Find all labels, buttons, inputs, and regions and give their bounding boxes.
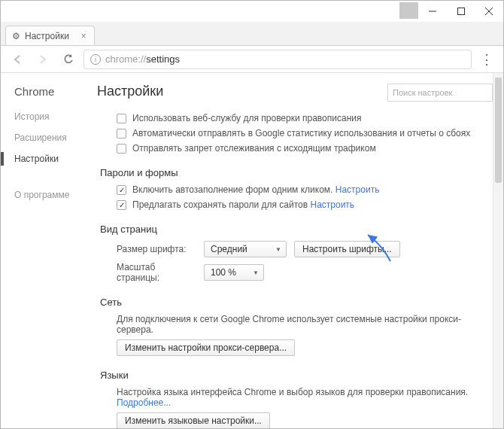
content-area: Chrome История Расширения Настройки О пр…	[1, 73, 503, 428]
address-bar[interactable]: i chrome://settings	[83, 50, 472, 69]
do-not-track-checkbox[interactable]	[117, 144, 126, 154]
languages-more-link[interactable]: Подробнее...	[117, 397, 171, 408]
url-text: chrome://settings	[105, 53, 180, 65]
autofill-configure-link[interactable]: Настроить	[335, 184, 380, 195]
back-button[interactable]	[7, 49, 28, 70]
autofill-checkbox[interactable]	[117, 185, 126, 195]
appearance-header: Вид страниц	[100, 224, 493, 235]
passwords-header: Пароли и формы	[100, 167, 493, 178]
sidebar-item-extensions[interactable]: Расширения	[14, 132, 83, 143]
tab-title: Настройки	[25, 31, 69, 41]
do-not-track-label: Отправлять запрет отслеживания с исходящ…	[132, 143, 376, 154]
chevron-down-icon: ▼	[275, 246, 281, 253]
reload-button[interactable]	[58, 49, 79, 70]
settings-search-input[interactable]: Поиск настроек	[387, 84, 493, 102]
chrome-menu-button[interactable]: ⋮	[476, 49, 497, 70]
svg-rect-1	[457, 8, 464, 15]
browser-window: ⚙ Настройки × i chrome://settings ⋮ Chro…	[0, 0, 504, 429]
forward-button[interactable]	[32, 49, 53, 70]
page-zoom-select[interactable]: 100 % ▼	[204, 264, 264, 281]
chevron-down-icon: ▼	[253, 269, 259, 276]
arrow-left-icon	[12, 54, 23, 65]
arrow-right-icon	[38, 54, 48, 65]
network-header: Сеть	[100, 297, 493, 308]
page-title: Настройки	[97, 84, 163, 99]
user-profile-icon[interactable]	[399, 2, 418, 19]
proxy-settings-button[interactable]: Изменить настройки прокси-сервера...	[117, 339, 295, 356]
main-scrollbar[interactable]	[493, 73, 503, 428]
spellcheck-checkbox[interactable]	[117, 114, 126, 123]
do-not-track-row: Отправлять запрет отслеживания с исходящ…	[117, 143, 493, 154]
page-zoom-row: Масштаб страницы: 100 % ▼	[117, 262, 493, 283]
settings-sidebar: Chrome История Расширения Настройки О пр…	[1, 73, 90, 428]
tab-close-button[interactable]: ×	[81, 31, 87, 41]
close-icon	[485, 8, 493, 15]
site-info-icon[interactable]: i	[90, 54, 101, 65]
settings-main: Настройки Поиск настроек Использовать ве…	[90, 73, 503, 428]
sidebar-item-about[interactable]: О программе	[14, 190, 83, 200]
sidebar-item-history[interactable]: История	[14, 111, 83, 122]
autofill-row: Включить автозаполнение форм одним клико…	[117, 184, 493, 195]
font-size-select[interactable]: Средний ▼	[204, 241, 287, 257]
minimize-button[interactable]	[418, 1, 447, 22]
kebab-icon: ⋮	[480, 51, 493, 68]
window-titlebar	[1, 1, 503, 22]
languages-desc: Настройка языка интерфейса Chrome и выбо…	[117, 387, 493, 408]
languages-header: Языки	[100, 370, 493, 381]
scrollbar-thumb[interactable]	[495, 78, 502, 183]
tab-strip: ⚙ Настройки ×	[1, 22, 503, 46]
network-desc: Для подключения к сети Google Chrome исп…	[117, 314, 493, 335]
save-passwords-configure-link[interactable]: Настроить	[310, 199, 354, 210]
reload-icon	[63, 54, 74, 65]
usage-stats-row: Автоматически отправлять в Google статис…	[117, 128, 493, 138]
tab-settings[interactable]: ⚙ Настройки ×	[5, 26, 95, 45]
maximize-icon	[457, 8, 465, 15]
font-size-row: Размер шрифта: Средний ▼ Настроить шрифт…	[117, 241, 493, 257]
spellcheck-row: Использовать веб-службу для проверки пра…	[117, 113, 493, 123]
chrome-brand: Chrome	[14, 85, 83, 98]
save-passwords-label: Предлагать сохранять пароли для сайтов	[132, 199, 308, 210]
save-passwords-row: Предлагать сохранять пароли для сайтов Н…	[117, 199, 493, 210]
gear-icon: ⚙	[12, 31, 20, 41]
language-settings-button[interactable]: Изменить языковые настройки...	[117, 412, 270, 428]
usage-stats-checkbox[interactable]	[117, 129, 126, 138]
save-passwords-checkbox[interactable]	[117, 200, 126, 210]
customize-fonts-button[interactable]: Настроить шрифты...	[294, 241, 400, 257]
font-size-label: Размер шрифта:	[117, 244, 196, 254]
close-window-button[interactable]	[475, 1, 503, 22]
usage-stats-label: Автоматически отправлять в Google статис…	[132, 128, 470, 138]
spellcheck-label: Использовать веб-службу для проверки пра…	[132, 113, 361, 123]
autofill-label: Включить автозаполнение форм одним клико…	[132, 184, 332, 195]
page-zoom-label: Масштаб страницы:	[117, 262, 196, 283]
maximize-button[interactable]	[447, 1, 475, 22]
sidebar-item-settings[interactable]: Настройки	[14, 154, 83, 164]
navigation-bar: i chrome://settings ⋮	[1, 46, 503, 73]
minimize-icon	[429, 8, 436, 15]
